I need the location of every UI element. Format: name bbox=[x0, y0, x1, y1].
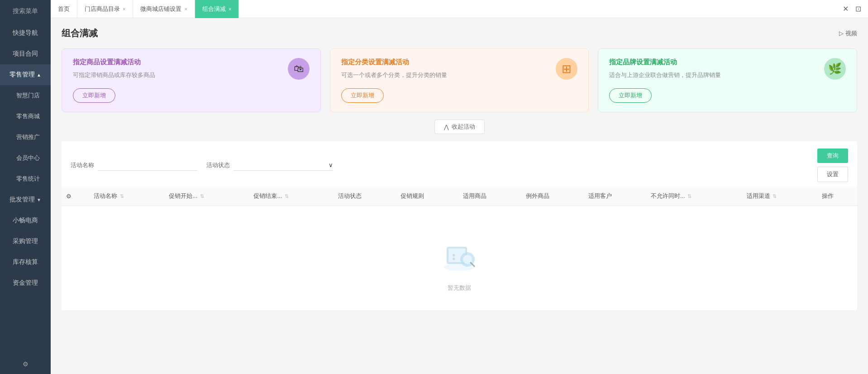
filter-name-input[interactable] bbox=[98, 160, 197, 171]
brand-card-icon: 🌿 bbox=[824, 58, 846, 80]
content-area: 组合满减 ▷ 视频 指定商品设置满减活动 🛍 可指定滞销商品或库存较多商品 立即… bbox=[51, 18, 868, 374]
tab-combo-discount-close[interactable]: × bbox=[229, 6, 231, 12]
collapse-activities-btn[interactable]: ⋀ 收起活动 bbox=[434, 120, 485, 134]
brand-card-title: 指定品牌设置满减活动 bbox=[609, 58, 846, 67]
sidebar-item-xiaochang[interactable]: 小畅电商 bbox=[0, 210, 51, 231]
sidebar-item-retail-mall[interactable]: 零售商城 bbox=[0, 106, 51, 127]
sidebar-item-smart-store[interactable]: 智慧门店 bbox=[0, 85, 51, 106]
video-link[interactable]: ▷ 视频 bbox=[839, 29, 857, 38]
svg-text:≡: ≡ bbox=[453, 256, 455, 261]
tab-combo-discount[interactable]: 组合满减 × bbox=[195, 0, 239, 18]
sidebar-item-marketing[interactable]: 营销推广 bbox=[0, 127, 51, 148]
chevron-up-icon: ▲ bbox=[37, 72, 41, 77]
tab-wechat-settings-close[interactable]: × bbox=[184, 6, 187, 12]
sidebar-search[interactable]: 搜索菜单 bbox=[0, 0, 51, 23]
sidebar-item-label: 项目合同 bbox=[13, 50, 38, 58]
filter-status-item: 活动状态 ∨ bbox=[206, 160, 333, 171]
brand-promo-card: 指定品牌设置满减活动 🌿 适合与上游企业联合做营销，提升品牌销量 立即新增 bbox=[598, 48, 857, 112]
empty-state-cell: ≡ ≡ 暂无数据 bbox=[62, 206, 857, 311]
sort-icon: ⇅ bbox=[200, 193, 204, 199]
sidebar-item-label: 智慧门店 bbox=[16, 91, 40, 100]
category-card-icon: ⊞ bbox=[556, 58, 577, 80]
sidebar-item-label: 零售管理 bbox=[10, 71, 35, 79]
col-excluded-label: 例外商品 bbox=[526, 192, 549, 199]
window-maximize-btn[interactable]: ⊡ bbox=[854, 5, 863, 14]
sidebar: 搜索菜单 快捷导航 项目合同 零售管理 ▲ 智慧门店 零售商城 营销推广 会员中… bbox=[0, 0, 51, 374]
brand-card-add-btn[interactable]: 立即新增 bbox=[609, 88, 652, 103]
category-card-add-btn[interactable]: 立即新增 bbox=[341, 88, 384, 103]
col-channel[interactable]: 适用渠道 ⇅ bbox=[742, 187, 817, 206]
main-area: 首页 门店商品目录 × 微商城店铺设置 × 组合满减 × ✕ ⊡ 组合满减 ▷ … bbox=[51, 0, 868, 374]
sidebar-item-member-center[interactable]: 会员中心 bbox=[0, 148, 51, 168]
filter-name-item: 活动名称 bbox=[71, 160, 197, 171]
tab-store-catalog-label: 门店商品目录 bbox=[85, 5, 120, 13]
col-rule: 促销规则 bbox=[396, 187, 458, 206]
shopping-bag-icon: 🛍 bbox=[294, 63, 304, 75]
sort-icon: ⇅ bbox=[687, 193, 692, 199]
col-rule-label: 促销规则 bbox=[401, 192, 424, 199]
empty-state-row: ≡ ≡ 暂无数据 bbox=[62, 206, 857, 311]
brand-card-desc: 适合与上游企业联合做营销，提升品牌销量 bbox=[609, 71, 846, 79]
tab-home[interactable]: 首页 bbox=[51, 0, 77, 18]
sidebar-item-finance-mgmt[interactable]: 资金管理 bbox=[0, 273, 51, 293]
sidebar-item-inventory[interactable]: 库存核算 bbox=[0, 252, 51, 273]
window-close-btn[interactable]: ✕ bbox=[841, 5, 850, 14]
tab-wechat-settings-label: 微商城店铺设置 bbox=[140, 5, 181, 13]
data-table: ⚙ 活动名称 ⇅ 促销开始... ⇅ 促销结束... bbox=[62, 187, 857, 310]
empty-state-text: 暂无数据 bbox=[448, 284, 471, 292]
category-card-title: 指定分类设置满减活动 bbox=[341, 58, 578, 67]
filter-status-select[interactable]: ∨ bbox=[234, 160, 333, 171]
sort-icon: ⇅ bbox=[285, 193, 289, 199]
category-card-desc: 可选一个或者多个分类，提升分类的销量 bbox=[341, 71, 578, 79]
col-settings[interactable]: ⚙ bbox=[62, 187, 89, 206]
tab-store-catalog-close[interactable]: × bbox=[123, 6, 125, 12]
settings-button[interactable]: 设置 bbox=[817, 167, 848, 182]
collapse-btn-label: 收起活动 bbox=[452, 123, 475, 131]
sort-icon: ⇅ bbox=[120, 193, 124, 199]
page-header: 组合满减 ▷ 视频 bbox=[62, 27, 857, 39]
category-promo-card: 指定分类设置满减活动 ⊞ 可选一个或者多个分类，提升分类的销量 立即新增 bbox=[330, 48, 589, 112]
sidebar-item-label: 会员中心 bbox=[16, 154, 40, 162]
filter-status-label: 活动状态 bbox=[206, 161, 230, 169]
sidebar-item-retail-mgmt[interactable]: 零售管理 ▲ bbox=[0, 64, 51, 85]
col-actions: 操作 bbox=[817, 187, 857, 206]
col-end-label: 促销结束... bbox=[253, 192, 282, 199]
col-no-overlap-label: 不允许同时... bbox=[651, 192, 685, 199]
sidebar-item-label: 零售统计 bbox=[16, 175, 40, 183]
video-link-label: 视频 bbox=[845, 29, 857, 38]
sidebar-item-project-contract[interactable]: 项目合同 bbox=[0, 43, 51, 64]
col-goods: 适用商品 bbox=[458, 187, 521, 206]
play-circle-icon: ▷ bbox=[839, 30, 844, 37]
sidebar-item-label: 小畅电商 bbox=[13, 216, 38, 225]
query-button[interactable]: 查询 bbox=[817, 149, 848, 163]
product-promo-card: 指定商品设置满减活动 🛍 可指定滞销商品或库存较多商品 立即新增 bbox=[62, 48, 321, 112]
sidebar-item-wholesale-mgmt[interactable]: 批发管理 ▼ bbox=[0, 189, 51, 210]
collapse-bar: ⋀ 收起活动 bbox=[62, 120, 857, 134]
chevron-down-icon: ∨ bbox=[329, 162, 333, 168]
col-status: 活动状态 bbox=[334, 187, 396, 206]
col-start[interactable]: 促销开始... ⇅ bbox=[164, 187, 249, 206]
sidebar-item-quick-nav[interactable]: 快捷导航 bbox=[0, 23, 51, 43]
empty-state: ≡ ≡ 暂无数据 bbox=[62, 206, 857, 310]
tab-store-catalog[interactable]: 门店商品目录 × bbox=[77, 0, 133, 18]
table-body: ≡ ≡ 暂无数据 bbox=[62, 206, 857, 311]
sidebar-item-purchase-mgmt[interactable]: 采购管理 bbox=[0, 231, 51, 252]
table-header-row: ⚙ 活动名称 ⇅ 促销开始... ⇅ 促销结束... bbox=[62, 187, 857, 206]
chevron-down-icon: ▼ bbox=[37, 197, 41, 202]
filter-buttons: 查询 设置 bbox=[817, 149, 848, 182]
tab-wechat-settings[interactable]: 微商城店铺设置 × bbox=[133, 0, 195, 18]
page-title: 组合满减 bbox=[62, 27, 98, 39]
col-end[interactable]: 促销结束... ⇅ bbox=[249, 187, 334, 206]
col-channel-label: 适用渠道 bbox=[747, 192, 770, 199]
table-header: ⚙ 活动名称 ⇅ 促销开始... ⇅ 促销结束... bbox=[62, 187, 857, 206]
col-name[interactable]: 活动名称 ⇅ bbox=[89, 187, 164, 206]
sidebar-settings-btn[interactable]: ⚙ bbox=[0, 354, 51, 374]
filter-area: 活动名称 活动状态 ∨ 查询 设置 bbox=[62, 141, 857, 187]
product-card-desc: 可指定滞销商品或库存较多商品 bbox=[73, 71, 310, 79]
sidebar-item-retail-stats[interactable]: 零售统计 bbox=[0, 168, 51, 189]
tab-combo-discount-label: 组合满减 bbox=[202, 5, 226, 13]
sidebar-item-label: 快捷导航 bbox=[13, 29, 38, 37]
product-card-title: 指定商品设置满减活动 bbox=[73, 58, 310, 67]
product-card-add-btn[interactable]: 立即新增 bbox=[73, 88, 115, 103]
col-no-overlap[interactable]: 不允许同时... ⇅ bbox=[646, 187, 742, 206]
